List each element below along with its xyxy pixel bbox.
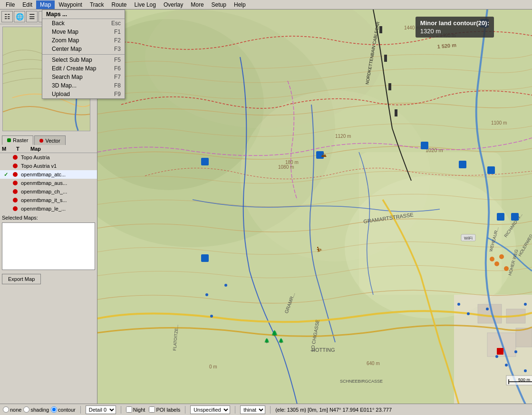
map-list: Topo Austria Topo Austria v1 ✓ openmtbma… [0, 153, 97, 213]
map-check-1 [2, 154, 10, 161]
map-icon-6 [11, 196, 19, 204]
menu-help[interactable]: Help [230, 0, 250, 9]
menu-route[interactable]: Route [108, 0, 131, 9]
map-area[interactable]: 1 520 m 1440 m 1460 m 1160 m 1100 m 1120… [97, 10, 532, 404]
svg-text:1120 m: 1120 m [335, 134, 351, 139]
statusbar: none shading contour Detail 0Detail 1Det… [0, 404, 532, 415]
svg-rect-51 [511, 213, 519, 221]
svg-text:🌲: 🌲 [278, 338, 284, 344]
list-item[interactable]: openmtbmap_it_s... [0, 196, 97, 204]
svg-text:0 m: 0 m [209, 364, 217, 369]
sep-2 [121, 406, 121, 414]
export-map-button[interactable]: Export Map [2, 274, 41, 284]
svg-text:🌲: 🌲 [271, 329, 278, 337]
map-list-header: M T Map [0, 145, 97, 153]
topo-map: 1 520 m 1440 m 1460 m 1160 m 1100 m 1120… [97, 10, 532, 404]
selected-maps-box [2, 222, 95, 270]
svg-text:WiFi: WiFi [464, 236, 473, 241]
list-item[interactable]: openmtbmap_aus... [0, 179, 97, 187]
menu-center-map[interactable]: Center Map F3 [42, 45, 125, 53]
map-icon-7 [11, 205, 19, 212]
selected-maps-label: Selected Maps: [0, 213, 97, 222]
menu-map[interactable]: Map [36, 0, 55, 9]
svg-point-78 [514, 350, 517, 353]
map-check-5 [2, 188, 10, 195]
svg-point-61 [494, 261, 499, 266]
dropdown-title: Maps ... [42, 10, 125, 19]
svg-text:⛰: ⛰ [321, 152, 327, 158]
tooltip-value: 1320 m [420, 28, 489, 35]
svg-rect-16 [395, 109, 397, 116]
map-icon-3 [11, 171, 19, 178]
menu-edit[interactable]: Edit [19, 0, 36, 9]
tab-raster[interactable]: Raster [2, 135, 33, 145]
raster-icon [7, 138, 11, 142]
svg-rect-80 [497, 348, 503, 355]
radio-none[interactable]: none [3, 406, 21, 413]
map-check-6 [2, 196, 10, 204]
map-check-4 [2, 179, 10, 187]
svg-rect-13 [379, 26, 382, 33]
map-icon-2 [11, 162, 19, 170]
toolbar-globe-btn[interactable]: 🌐 [14, 11, 25, 22]
svg-text:640 m: 640 m [367, 361, 380, 366]
separator-1 [42, 54, 125, 55]
svg-text:1100 m: 1100 m [491, 120, 507, 125]
menu-select-sub-map[interactable]: Select Sub Map F5 [42, 56, 125, 64]
menu-3d-map[interactable]: 3D Map... F8 [42, 81, 125, 90]
list-item[interactable]: openmtbmap_le_... [0, 204, 97, 213]
menu-move-map[interactable]: Move Map F1 [42, 28, 125, 36]
layer-tabs: Raster Vector [0, 134, 97, 145]
coordinates-text: (ele: 1305 m) [0m, 1m] N47° 17.994 E011°… [275, 407, 392, 413]
menu-overlay[interactable]: Overlay [160, 0, 187, 9]
svg-text:🌲: 🌲 [264, 338, 270, 344]
menu-setup[interactable]: Setup [208, 0, 230, 9]
vector-icon [39, 139, 43, 143]
list-item[interactable]: Topo Austria v1 [0, 162, 97, 170]
menu-upload[interactable]: Upload F9 [42, 90, 125, 98]
svg-point-65 [224, 284, 227, 287]
svg-point-62 [499, 254, 504, 259]
menu-livelog[interactable]: Live Log [131, 0, 160, 9]
svg-rect-47 [421, 142, 428, 149]
detail-select[interactable]: Detail 0Detail 1Detail 2 [86, 405, 116, 414]
map-check-7 [2, 205, 10, 212]
list-item[interactable]: openmtbmap_ch_... [0, 187, 97, 196]
unspecified-select[interactable]: Unspecified [190, 405, 230, 414]
menu-more[interactable]: More [187, 0, 207, 9]
menu-waypoint[interactable]: Waypoint [55, 0, 86, 9]
radio-shading[interactable]: shading [23, 406, 49, 413]
menu-zoom-map[interactable]: Zoom Map F2 [42, 36, 125, 45]
user-select[interactable]: thinat [240, 405, 265, 414]
svg-text:1080 m: 1080 m [278, 164, 294, 170]
svg-point-69 [486, 308, 489, 310]
toolbar-layers-btn[interactable]: ☰ [26, 11, 38, 22]
poi-labels-checkbox[interactable]: POI labels [149, 406, 180, 413]
maps-dropdown: Maps ... Back Esc Move Map F1 Zoom Map F… [42, 10, 125, 99]
radio-contour[interactable]: contour [51, 406, 76, 413]
menu-file[interactable]: File [2, 0, 19, 9]
list-item[interactable]: Topo Austria [0, 153, 97, 162]
sep-4 [235, 406, 235, 414]
night-checkbox[interactable]: Night [126, 406, 145, 413]
tab-vector[interactable]: Vector [34, 135, 65, 145]
svg-point-77 [505, 364, 508, 367]
menu-back[interactable]: Back Esc [42, 19, 125, 28]
svg-point-64 [205, 293, 208, 296]
svg-rect-49 [487, 166, 495, 174]
svg-text:180 m: 180 m [285, 160, 299, 165]
svg-rect-48 [459, 161, 466, 168]
svg-point-67 [457, 303, 460, 306]
menu-edit-create-map[interactable]: Edit / Create Map F6 [42, 64, 125, 73]
svg-point-76 [495, 355, 498, 358]
toolbar-grid-btn[interactable]: ☷ [1, 11, 13, 22]
menu-search-map[interactable]: Search Map F7 [42, 73, 125, 81]
svg-text:⛷: ⛷ [316, 246, 323, 253]
list-item[interactable]: ✓ openmtbmap_atc... [0, 170, 97, 179]
svg-rect-50 [497, 213, 504, 221]
svg-rect-14 [384, 55, 387, 62]
menu-track[interactable]: Track [86, 0, 108, 9]
svg-point-60 [490, 257, 494, 261]
sep-5 [270, 406, 271, 414]
sep-3 [185, 406, 185, 414]
